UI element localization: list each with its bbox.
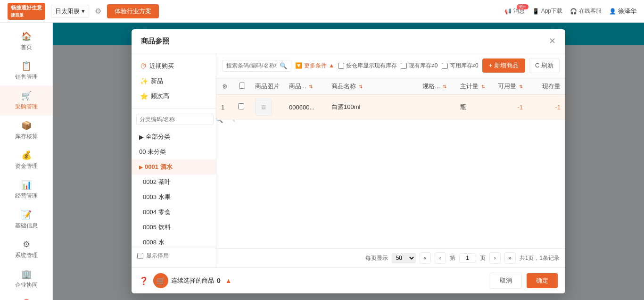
active-arrow-icon: ▶ (139, 165, 143, 170)
top-nav-right: 📢 消息 99+ 📱 App下载 🎧 在线客服 👤 徐泽华 (504, 7, 636, 16)
column-header-name[interactable]: 商品名称 ⇅ (327, 78, 418, 95)
row-checkbox[interactable] (238, 103, 244, 109)
show-disabled-checkbox[interactable] (137, 253, 143, 259)
brand-sub: 捷目版 (11, 12, 42, 18)
trial-button[interactable]: 体验行业方案 (107, 4, 159, 18)
add-product-button[interactable]: + 新增商品 (482, 58, 525, 73)
filter-label: 更多条件 (304, 62, 327, 70)
category-item-0001[interactable]: ▶ 0001 酒水 (132, 159, 216, 175)
per-page-select[interactable]: 50 20 100 (392, 253, 416, 263)
sidebar-item-sales[interactable]: 📋 销售管理 (0, 56, 52, 86)
sidebar-item-assets[interactable]: 💰 资金管理 (0, 145, 52, 175)
help-icon[interactable]: ❓ (139, 276, 149, 285)
modal-footer: ❓ 🛒 连续选择的商品 0 ▲ 取消 确定 (132, 267, 565, 293)
category-label: 0002 茶叶 (143, 178, 171, 186)
clock-icon: ⏱ (140, 62, 147, 70)
sidebar-item-system[interactable]: ⚙ 系统管理 (0, 234, 52, 264)
category-item-0004[interactable]: 0004 零食 (132, 205, 216, 220)
left-panel: ⏱ 近期购买 ✨ 新品 ⭐ 频次高 (132, 53, 216, 267)
category-label: 0005 饮料 (143, 223, 171, 232)
category-label: 0001 酒水 (145, 163, 173, 171)
sidebar-item-enterprise[interactable]: 🏢 企业协同 (0, 264, 52, 294)
quick-item-recent[interactable]: ⏱ 近期购买 (135, 59, 212, 73)
sort-icon: ⇅ (443, 84, 446, 89)
category-item-0003[interactable]: 0003 水果 (132, 190, 216, 205)
app-icon: 📱 (532, 8, 539, 15)
app-download-item[interactable]: 📱 App下载 (532, 7, 562, 15)
total-info: 共1页，1条记录 (520, 254, 560, 262)
sidebar-item-purchase[interactable]: 🛒 采购管理 (0, 86, 52, 116)
category-item-0008[interactable]: 0008 水 (132, 235, 216, 248)
column-header-available[interactable]: 可用量 ⇅ (490, 78, 528, 95)
last-page-button[interactable]: » (504, 252, 516, 264)
product-search-input[interactable] (226, 62, 277, 69)
next-page-button[interactable]: › (489, 252, 501, 264)
column-header-unit[interactable]: 主计量 ⇅ (455, 78, 490, 95)
available-nonzero-checkbox[interactable] (401, 63, 407, 69)
usable-nonzero-checkbox[interactable] (442, 63, 448, 69)
column-header-setting[interactable]: ⚙ (216, 78, 233, 95)
store-select[interactable]: 日太阳膜 ▾ (51, 5, 89, 18)
warehouse-stock-checkbox[interactable] (338, 63, 344, 69)
category-label: 0003 水果 (143, 193, 171, 201)
refresh-button[interactable]: C 刷新 (529, 58, 560, 73)
modal-close-button[interactable]: ✕ (549, 36, 556, 46)
column-header-spec[interactable]: 规格... ⇅ (418, 78, 455, 95)
category-item-all[interactable]: ▶ 全部分类 (132, 129, 216, 144)
available-nonzero-checkbox-label[interactable]: 现有库存≠0 (401, 62, 438, 70)
category-label: 全部分类 (146, 133, 170, 141)
enterprise-icon: 🏢 (21, 269, 32, 279)
column-header-check (233, 78, 250, 95)
table-header-row: ⚙ 商品图片 商品... (216, 78, 565, 95)
system-icon: ⚙ (23, 239, 30, 250)
row-index: 1 (216, 95, 233, 120)
sidebar-item-label: 基础信息 (15, 222, 38, 230)
gear-icon[interactable]: ⚙ (95, 7, 101, 16)
home-icon: 🏠 (21, 31, 32, 42)
footer-collapse-icon[interactable]: ▲ (225, 277, 232, 284)
row-available-cell: -1 (490, 95, 528, 120)
brand-logo: 畅捷通好生意 捷目版 (8, 3, 45, 20)
cancel-button[interactable]: 取消 (490, 273, 522, 289)
sort-icon: ⇅ (519, 84, 523, 89)
table-row[interactable]: 1 🖼 (216, 95, 565, 120)
notice-badge: 99+ (517, 4, 528, 9)
confirm-button[interactable]: 确定 (527, 273, 558, 288)
page-number-input[interactable] (459, 253, 476, 263)
pagination: 每页显示 50 20 100 « ‹ 第 页 › (216, 248, 565, 267)
select-all-checkbox[interactable] (239, 83, 245, 89)
cart-badge[interactable]: 🛒 连续选择的商品 0 (153, 273, 221, 288)
first-page-button[interactable]: « (420, 252, 431, 264)
sidebar-item-inventory[interactable]: 📦 库存核算 (0, 116, 52, 145)
user-item[interactable]: 👤 徐泽华 (609, 7, 636, 16)
sidebar-item-home[interactable]: 🏠 首页 (0, 26, 52, 56)
prev-page-button[interactable]: ‹ (435, 252, 446, 264)
star-icon: ⭐ (140, 92, 148, 100)
column-header-code[interactable]: 商品... ⇅ (284, 78, 327, 95)
warehouse-stock-checkbox-label[interactable]: 按仓库显示现有库存 (338, 62, 397, 70)
footer-left: ❓ 🛒 连续选择的商品 0 ▲ (139, 273, 232, 288)
category-item-0002[interactable]: 0002 茶叶 (132, 175, 216, 190)
usable-nonzero-checkbox-label[interactable]: 可用库存≠0 (442, 62, 479, 70)
search-icon[interactable]: 🔍 (280, 62, 287, 69)
sidebar-item-basic[interactable]: 📝 基础信息 (0, 205, 52, 234)
quick-item-label: 近期购买 (149, 62, 174, 70)
quick-item-frequent[interactable]: ⭐ 频次高 (135, 89, 212, 103)
row-checkbox-cell[interactable] (233, 95, 250, 120)
category-item-00[interactable]: 00 未分类 (132, 144, 216, 159)
category-search-input[interactable] (136, 114, 214, 125)
filter-button[interactable]: 🔽 更多条件 ▲ (295, 62, 334, 70)
new-icon: ✨ (140, 77, 148, 85)
quick-item-new[interactable]: ✨ 新品 (135, 74, 212, 88)
notice-item[interactable]: 📢 消息 99+ (504, 7, 525, 15)
service-item[interactable]: 🎧 在线客服 (570, 7, 602, 15)
show-disabled-row: 显示停用 (132, 248, 216, 264)
row-stock-cell: -1 (528, 95, 565, 120)
column-header-img: 商品图片 (250, 78, 284, 95)
category-item-0005[interactable]: 0005 饮料 (132, 220, 216, 235)
basic-icon: 📝 (21, 209, 32, 220)
chevron-down-icon: ▾ (82, 8, 85, 15)
sidebar-item-guide[interactable]: 🎯 新手引导 (0, 294, 52, 300)
category-list: ▶ 全部分类 00 未分类 ▶ 0001 酒水 0002 茶 (132, 127, 216, 248)
sidebar-item-operation[interactable]: 📊 经营管理 (0, 175, 52, 205)
